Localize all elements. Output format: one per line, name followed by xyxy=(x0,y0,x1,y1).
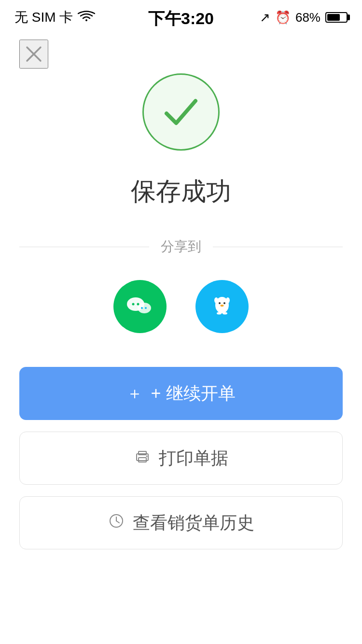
history-icon xyxy=(108,512,125,533)
print-icon xyxy=(134,448,151,469)
location-icon: ↗ xyxy=(260,10,270,25)
svg-point-7 xyxy=(145,307,147,309)
status-time: 下午3:20 xyxy=(148,8,214,30)
svg-point-12 xyxy=(221,305,224,307)
alarm-icon: ⏰ xyxy=(275,10,291,25)
divider-left xyxy=(19,247,149,247)
status-right: ↗ ⏰ 68% xyxy=(260,10,348,25)
svg-point-10 xyxy=(219,302,221,304)
svg-point-9 xyxy=(217,298,227,310)
clock-icon xyxy=(108,512,125,530)
main-content: 保存成功 分享到 xyxy=(0,35,362,644)
qq-icon xyxy=(206,291,238,322)
share-section: 分享到 xyxy=(0,238,362,333)
divider-right xyxy=(213,247,343,247)
share-label: 分享到 xyxy=(149,238,213,256)
svg-point-11 xyxy=(223,302,225,304)
svg-point-13 xyxy=(214,297,218,303)
wifi-icon xyxy=(78,11,95,24)
svg-point-3 xyxy=(138,303,151,313)
success-title: 保存成功 xyxy=(131,175,231,209)
plus-icon: ＋ xyxy=(126,382,143,405)
svg-point-15 xyxy=(217,312,222,315)
qq-share-button[interactable] xyxy=(195,280,249,333)
print-button[interactable]: 打印单据 xyxy=(19,432,343,485)
wechat-share-button[interactable] xyxy=(113,280,167,333)
divider-row: 分享到 xyxy=(0,238,362,256)
status-bar: 无 SIM 卡 下午3:20 ↗ ⏰ 68% xyxy=(0,0,362,35)
svg-point-20 xyxy=(146,456,148,457)
svg-point-5 xyxy=(137,303,139,306)
svg-point-16 xyxy=(223,312,227,315)
svg-line-23 xyxy=(116,521,119,523)
share-icons xyxy=(113,280,249,333)
checkmark-icon xyxy=(159,90,203,134)
battery-icon xyxy=(325,12,348,23)
carrier-text: 无 SIM 卡 xyxy=(14,8,73,27)
printer-icon xyxy=(134,448,151,465)
action-buttons: ＋ + 继续开单 打印单据 查看销货单 xyxy=(0,367,362,549)
close-button[interactable] xyxy=(19,40,48,69)
history-label: 查看销货单历史 xyxy=(133,511,254,535)
svg-point-4 xyxy=(132,303,135,306)
status-left: 无 SIM 卡 xyxy=(14,8,95,27)
svg-rect-19 xyxy=(139,458,146,462)
svg-point-6 xyxy=(141,307,143,309)
battery-percent: 68% xyxy=(295,10,320,25)
continue-label: + 继续开单 xyxy=(151,382,235,406)
continue-button[interactable]: ＋ + 继续开单 xyxy=(19,367,343,420)
success-icon-circle xyxy=(142,73,220,151)
history-button[interactable]: 查看销货单历史 xyxy=(19,496,343,549)
print-label: 打印单据 xyxy=(159,447,228,470)
wechat-icon xyxy=(124,291,156,322)
svg-point-14 xyxy=(226,297,230,303)
